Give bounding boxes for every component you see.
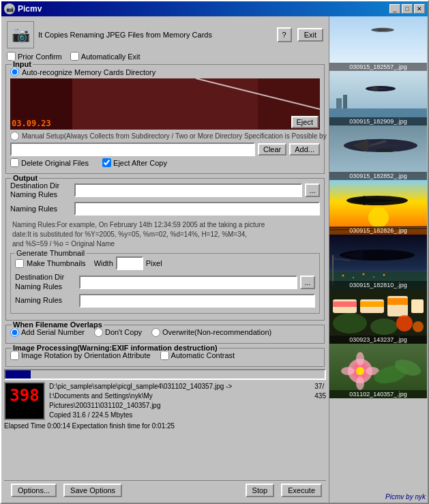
- clear-button[interactable]: Clear: [258, 143, 286, 155]
- svg-rect-43: [333, 301, 357, 307]
- naming-rules-input[interactable]: %y%m%d_%H%M%S: [74, 202, 320, 216]
- app-header: 📷 It Copies Renaming JPEG Files from Mem…: [4, 19, 326, 50]
- svg-point-51: [396, 315, 413, 331]
- svg-rect-47: [387, 298, 408, 305]
- auto-exit-checkbox[interactable]: [70, 52, 79, 61]
- help-button[interactable]: ?: [277, 27, 292, 42]
- delete-original-checkbox[interactable]: [10, 158, 19, 167]
- options-button[interactable]: Options...: [11, 484, 57, 497]
- log-line2: I:\Documents and Settings\nyk\My: [49, 391, 310, 401]
- dest-dir-row: Destination DirNaming Rules I:\Documents…: [10, 181, 320, 199]
- thumbnail-7[interactable]: 031102_140357_.jpg: [329, 344, 427, 398]
- auto-contrast-label[interactable]: Automatic Contrast: [160, 351, 235, 360]
- thumb-browse-button[interactable]: ...: [300, 276, 315, 289]
- eject-after-checkbox[interactable]: [102, 158, 111, 167]
- make-thumb-label: Make Thumbnails: [27, 259, 86, 267]
- minimize-button[interactable]: _: [389, 4, 400, 14]
- bottom-bar: Options... Save Options Stop Execute: [4, 480, 326, 500]
- svg-rect-21: [376, 149, 393, 152]
- preview-svg: [10, 78, 320, 130]
- count-total: 435: [314, 391, 326, 401]
- progress-bar: [4, 369, 326, 380]
- dont-copy-radio[interactable]: [94, 328, 103, 337]
- width-input[interactable]: 128: [116, 256, 143, 270]
- status-counts: 37/ 435: [314, 382, 326, 420]
- overwrite-label[interactable]: Overwrite(Non-recommendation): [151, 328, 271, 337]
- stop-button[interactable]: Stop: [246, 484, 275, 497]
- right-panel: 030915_182557_.jpg: [329, 16, 428, 503]
- thumb-dest-label: Destination DirNaming Rules: [15, 273, 76, 291]
- dir-input[interactable]: D:\vc\picmove\Debug\n\: [10, 143, 255, 156]
- image-processing-row: Image Rotation by Orientation Attribute …: [10, 351, 320, 360]
- thumbnail-5[interactable]: 030915_182810_.jpg: [329, 235, 427, 289]
- eject-after-label[interactable]: Eject After Copy: [102, 158, 167, 167]
- svg-point-59: [341, 367, 355, 375]
- thumb-dest-row: Destination DirNaming Rules I:\Documents…: [15, 273, 315, 291]
- left-panel: 📷 It Copies Renaming JPEG Files from Mem…: [1, 16, 329, 503]
- thumb-2-label: 030915_182909_.jpg: [329, 117, 427, 125]
- add-serial-radio[interactable]: [10, 328, 19, 337]
- image-processing-label: Image Processing(Warning:EXIF informatio…: [12, 344, 219, 352]
- thumb-7-label: 031102_140357_.jpg: [329, 390, 427, 398]
- log-details: D:\pic_sample\sample\picgl_sample4\03110…: [49, 382, 310, 420]
- image-preview: 03.09.23 Eject: [10, 78, 320, 130]
- thumbnail-1[interactable]: 030915_182557_.jpg: [329, 16, 427, 71]
- width-label: Width: [94, 259, 113, 267]
- app-icon-large: 📷: [7, 21, 34, 48]
- auto-radio[interactable]: [10, 68, 19, 76]
- overwrite-radio[interactable]: [151, 328, 160, 337]
- maximize-button[interactable]: □: [402, 4, 413, 14]
- input-group-label: Input: [12, 60, 33, 68]
- thumb-4-label: 030915_182826_.jpg: [329, 226, 427, 235]
- svg-point-57: [356, 352, 364, 366]
- naming-info: Naming Rules:For example, On February 14…: [10, 218, 320, 251]
- thumbnail-3[interactable]: 030915_182852_.jpg: [329, 125, 427, 180]
- thumb-naming-input[interactable]: %y%m%d_%H%M%S: [79, 294, 315, 308]
- overlap-options-row: Add Serial Number Don't Copy Overwrite(N…: [10, 328, 320, 337]
- save-options-button[interactable]: Save Options: [63, 484, 122, 497]
- auto-exit-label[interactable]: Automatically Exit: [70, 52, 140, 61]
- rotation-label[interactable]: Image Rotation by Orientation Attribute: [10, 351, 151, 360]
- dont-copy-label[interactable]: Don't Copy: [94, 328, 142, 337]
- image-processing-group: Image Processing(Warning:EXIF informatio…: [5, 348, 325, 367]
- overlap-group-label: When Filename Overlaps: [12, 321, 104, 329]
- right-panel-spacer: [329, 398, 428, 491]
- svg-point-33: [363, 273, 365, 276]
- add-serial-label[interactable]: Add Serial Number: [10, 328, 85, 337]
- rotation-checkbox[interactable]: [10, 351, 19, 360]
- overlap-group: When Filename Overlaps Add Serial Number…: [5, 325, 325, 344]
- exit-button[interactable]: Exit: [297, 28, 323, 42]
- elapsed-label: Elapsed Time 0:00:14 Expectation finish …: [4, 421, 326, 478]
- thumbnail-group: Generate Thumbnail Make Thumbnails Width…: [10, 253, 320, 313]
- thumbnail-6[interactable]: 030923_143237_.jpg: [329, 289, 427, 344]
- svg-point-56: [356, 367, 364, 375]
- make-thumb-checkbox[interactable]: [15, 259, 24, 268]
- make-thumb-row: Make Thumbnails Width 128 Pixel: [15, 256, 315, 270]
- dest-browse-button[interactable]: ...: [305, 183, 320, 197]
- log-line3: Pictures\200311\031102_140357.jpg: [49, 401, 310, 411]
- svg-rect-12: [343, 95, 347, 108]
- auto-radio-row: Auto-recognize Memory Cards Directory: [10, 68, 320, 76]
- auto-contrast-checkbox[interactable]: [160, 351, 169, 360]
- add-button[interactable]: Add...: [289, 143, 320, 155]
- dest-dir-input[interactable]: I:\Documents and Settings\nyk\My Documen…: [74, 183, 302, 197]
- svg-point-49: [333, 313, 367, 333]
- naming-rules-label: Naming Rules: [10, 205, 72, 213]
- delete-eject-row: Delete Original Files Eject After Copy: [10, 158, 320, 167]
- eject-button[interactable]: Eject: [291, 116, 319, 128]
- svg-rect-48: [411, 299, 424, 313]
- pixel-label: Pixel: [146, 259, 162, 267]
- thumbnail-4[interactable]: 030915_182826_.jpg: [329, 180, 427, 235]
- manual-radio[interactable]: [10, 132, 19, 140]
- thumb-naming-label: Naming Rules: [15, 296, 76, 305]
- thumbnail-2[interactable]: 030915_182909_.jpg: [329, 71, 427, 125]
- auto-radio-label: Auto-recognize Memory Cards Directory: [22, 68, 156, 76]
- svg-point-34: [373, 276, 374, 278]
- close-button[interactable]: ✕: [414, 4, 425, 14]
- svg-point-23: [368, 207, 389, 228]
- thumb-dest-input[interactable]: I:\Documents and Settings\nyk\My Documen…: [79, 276, 297, 289]
- app-subtitle: It Copies Renaming JPEG Files from Memor…: [38, 31, 277, 39]
- execute-button[interactable]: Execute: [281, 484, 322, 497]
- dir-input-row: D:\vc\picmove\Debug\n\ Clear Add...: [10, 143, 320, 156]
- delete-original-label[interactable]: Delete Original Files: [10, 158, 89, 167]
